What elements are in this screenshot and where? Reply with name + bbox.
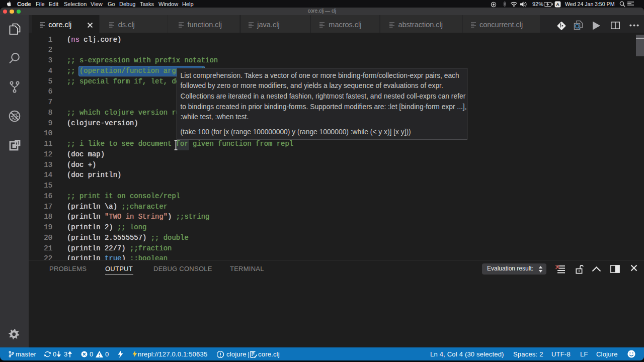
svg-text:A: A: [556, 2, 559, 7]
